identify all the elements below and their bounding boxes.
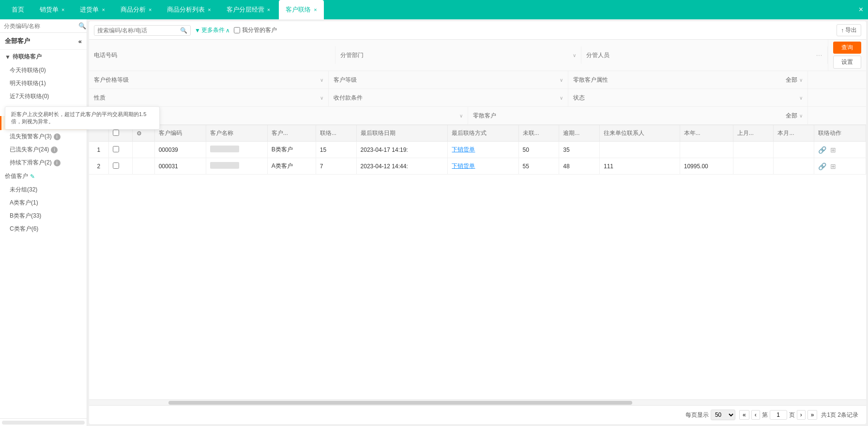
sidebar-item-a-customers[interactable]: A类客户(1) (0, 196, 87, 209)
nav-tab-analysis[interactable]: 商品分析 × (114, 0, 158, 19)
col-level-header: 客户... (267, 125, 316, 142)
customer-level-arrow: ∨ (560, 77, 563, 83)
dept-select[interactable]: ∨ (372, 53, 577, 58)
nav-tab-purchase[interactable]: 进货单 × (73, 0, 111, 19)
status-label: 状态 (573, 94, 602, 102)
col-this-month-header: 本月... (774, 125, 814, 142)
row-1-link-icon[interactable]: 🔗 (818, 146, 826, 154)
nav-tab-analysis-list-close[interactable]: × (208, 7, 211, 13)
row-2-level: A类客户 (267, 158, 316, 175)
loss-warning-info-icon[interactable]: i (54, 133, 61, 140)
row-2-unread: 55 (518, 158, 559, 175)
row-1-last-method: 下销货单 (448, 142, 518, 158)
search-icon[interactable]: 🔍 (180, 27, 187, 34)
my-customer-checkbox[interactable] (234, 27, 240, 33)
price-level-select[interactable]: ∨ (132, 77, 323, 83)
scattered-attr-select[interactable]: 全部 ∨ (611, 76, 803, 84)
sidebar-search-input[interactable] (4, 23, 76, 29)
last-page-button[interactable]: » (807, 410, 818, 420)
sidebar-item-today-pending[interactable]: 今天待联络(0) (0, 64, 87, 77)
per-page-dropdown[interactable]: 50 100 200 (711, 410, 735, 420)
nav-tab-home-label: 首页 (12, 5, 24, 14)
sidebar-item-c-customers[interactable]: C类客户(6) (0, 222, 87, 235)
declining-info-icon[interactable]: i (54, 160, 61, 166)
customer-level-select[interactable]: ∨ (365, 77, 563, 83)
row-1-unread: 50 (518, 142, 559, 158)
lost-customers-info-icon[interactable]: i (51, 147, 58, 153)
nature-select[interactable]: ∨ (126, 95, 323, 101)
value-section-edit-icon[interactable]: ✎ (30, 173, 35, 180)
filter-cell-customer-level: 客户等级 ∨ (329, 71, 568, 88)
row-1-last-method-link[interactable]: 下销货单 (452, 146, 475, 153)
sidebar-section-pending[interactable]: ▼ 待联络客户 (0, 50, 87, 64)
close-all-tabs-button[interactable]: × (859, 5, 863, 14)
sidebar-collapse-icon[interactable]: « (78, 38, 82, 45)
page-suffix: 页 (789, 411, 795, 419)
filter-row-3: 性质 ∨ 收付款条件 ∨ 状态 ∨ (89, 89, 866, 107)
setting-button[interactable]: 设置 (833, 56, 861, 69)
status-arrow: ∨ (799, 95, 803, 101)
export-icon: ↑ (841, 27, 844, 34)
top-navigation: 首页 销货单 × 进货单 × 商品分析 × 商品分析列表 × 客户分层经营 × … (0, 0, 868, 19)
page-label: 第 (762, 411, 768, 419)
nav-tab-sales[interactable]: 销货单 × (33, 0, 71, 19)
nav-tab-purchase-close[interactable]: × (102, 7, 105, 13)
sidebar-item-week-pending[interactable]: 近7天待联络(0) (0, 90, 87, 103)
row-2-grid-icon[interactable]: ⊞ (830, 162, 836, 170)
person-dots[interactable]: ··· (816, 52, 822, 59)
nav-tab-analysis-close[interactable]: × (149, 7, 152, 13)
nav-tab-customer-segment-close[interactable]: × (267, 7, 270, 13)
payment-arrow: ∨ (560, 95, 563, 101)
nav-tab-home[interactable]: 首页 (5, 0, 31, 19)
row-2-last-method-link[interactable]: 下销货单 (452, 162, 475, 169)
content-area: 🔍 ▼ 更多条件 ∧ 我分管的客户 ↑ 导出 电话号码 (89, 21, 866, 424)
scroll-thumb[interactable] (168, 401, 632, 405)
row-1-checkbox[interactable] (113, 146, 119, 152)
sidebar-item-ungrouped[interactable]: 未分组(32) (0, 183, 87, 196)
nav-tab-customer-contact-close[interactable]: × (314, 7, 317, 13)
sidebar-item-lost-customers[interactable]: 已流失客户(24) i (0, 143, 87, 156)
sidebar-section-value-label: 价值客户 (5, 172, 28, 180)
sidebar-item-tomorrow-pending[interactable]: 明天待联络(1) (0, 77, 87, 90)
nav-tab-purchase-label: 进货单 (80, 5, 99, 14)
search-input[interactable] (97, 27, 178, 34)
sidebar-search-icon[interactable]: 🔍 (78, 22, 86, 29)
col-contact-header: 联络... (316, 125, 356, 142)
prev-page-button[interactable]: ‹ (751, 410, 760, 420)
sidebar-all-customers[interactable]: 全部客户 « (0, 33, 87, 50)
sidebar-section-pending-arrow: ▼ (5, 54, 11, 60)
nav-tab-customer-segment[interactable]: 客户分层经营 × (220, 0, 277, 19)
nav-tab-sales-close[interactable]: × (61, 7, 64, 13)
customer-type-select[interactable]: ∨ (165, 113, 463, 118)
page-number-input[interactable] (770, 410, 787, 420)
first-page-button[interactable]: « (739, 410, 749, 420)
row-2-link-icon[interactable]: 🔗 (818, 162, 826, 170)
nav-tab-analysis-list[interactable]: 商品分析列表 × (160, 0, 217, 19)
export-button[interactable]: ↑ 导出 (837, 24, 861, 36)
filter-cell-status: 状态 ∨ (568, 89, 808, 106)
phone-label: 电话号码 (94, 51, 123, 59)
person-select[interactable]: ··· (618, 52, 822, 59)
horizontal-scroll-bar[interactable] (89, 399, 866, 405)
scattered-attr-value: 全部 (786, 76, 797, 84)
row-1-overdue: 35 (559, 142, 600, 158)
status-select[interactable]: ∨ (605, 95, 803, 101)
query-button[interactable]: 查询 (833, 42, 861, 54)
nav-tab-customer-contact[interactable]: 客户联络 × (279, 0, 323, 19)
sidebar-item-b-customers[interactable]: B类客户(33) (0, 209, 87, 222)
row-2-action-icons: 🔗 ⊞ (818, 162, 862, 170)
sidebar-item-loss-warning[interactable]: 流失预警客户(3) i (0, 130, 87, 143)
row-1-num: 1 (89, 142, 108, 158)
next-page-button[interactable]: › (797, 410, 806, 420)
dept-arrow-icon: ∨ (573, 53, 576, 58)
sidebar-item-declining[interactable]: 持续下滑客户(2) i (0, 156, 87, 169)
payment-select[interactable]: ∨ (365, 95, 563, 101)
row-2-checkbox[interactable] (113, 162, 119, 169)
table-settings-icon[interactable]: ⚙ (137, 130, 142, 137)
nav-tab-analysis-list-label: 商品分析列表 (167, 5, 205, 14)
row-1-grid-icon[interactable]: ⊞ (830, 146, 836, 154)
scattered-customer-select[interactable]: 全部 ∨ (505, 112, 803, 120)
more-conditions-button[interactable]: ▼ 更多条件 ∧ (195, 26, 230, 34)
row-2-this-year: 10995.00 (680, 158, 733, 175)
select-all-checkbox[interactable] (113, 130, 119, 136)
